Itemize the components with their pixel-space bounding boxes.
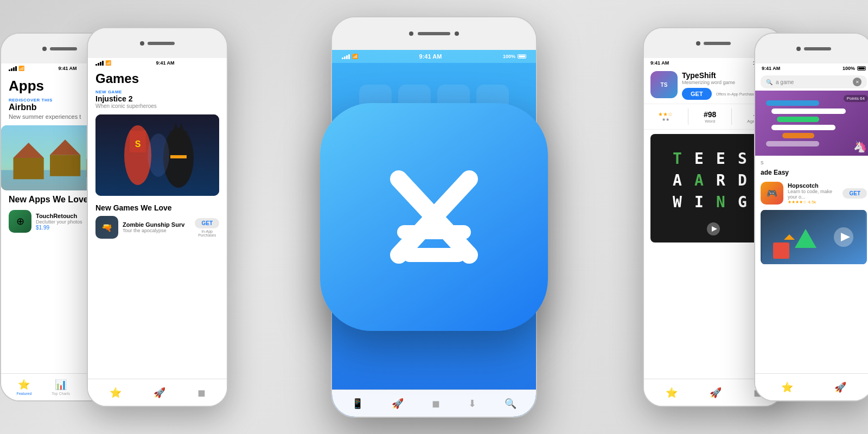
app-row-hopscotch: 🎮 Hopscotch Learn to code, make your o..… (755, 178, 868, 208)
in-app-label-phone4: Offers in-App Purchases (716, 92, 757, 96)
status-bar-phone5: 9:41 AM 100% (755, 63, 868, 73)
svg-point-17 (148, 133, 169, 177)
wifi-phone3: 📶 (352, 54, 358, 59)
app-name-hopscotch: Hopscotch (788, 182, 838, 189)
signal-icon-phone2 (95, 61, 104, 66)
app-info-hopscotch: Hopscotch Learn to code, make your o... … (788, 182, 838, 205)
status-right-phone3: 100% (503, 54, 526, 59)
signal-icon-phone3 (342, 54, 350, 59)
tab-icon-rocket-p4: 🚀 (710, 387, 722, 399)
section-label-phone5: s (755, 156, 868, 169)
tab-featured-p5[interactable]: ⭐ (781, 381, 793, 393)
status-bar-phone2: 📶 9:41 AM (88, 58, 227, 68)
video-thumb-phone5 (761, 210, 867, 264)
svg-rect-2 (14, 158, 44, 179)
tab-bar-phone2: ⭐ 🚀 ◼ (88, 379, 227, 406)
battery-icon-phone3 (518, 54, 526, 59)
get-button-zombie[interactable]: GET (195, 218, 219, 228)
battery-pct-phone5: 100% (843, 66, 855, 71)
made-easy-label: ade Easy (755, 169, 868, 178)
header-phone2: Games NEW GAME Injustice 2 When iconic s… (88, 68, 227, 110)
tab-layers-p2[interactable]: ◼ (197, 387, 206, 399)
time-phone2: 9:41 AM (156, 60, 174, 66)
tab-phone3-5[interactable]: 🔍 (505, 398, 516, 410)
svg-text:N: N (716, 193, 725, 211)
tab-rocket-p5[interactable]: 🚀 (834, 381, 846, 393)
svg-text:G: G (738, 193, 747, 211)
app-store-icon (320, 103, 548, 331)
phones-container: 📶 9:41 AM Apps REDISCOVER THIS Airbnb Ne… (0, 0, 868, 434)
tab-icon-featured-p5: ⭐ (781, 381, 793, 393)
svg-rect-16 (170, 155, 187, 158)
speaker-phone4 (704, 42, 731, 45)
tab-featured-p2[interactable]: ⭐ (110, 387, 122, 399)
search-row-phone5: 🔍 a game ✕ (755, 73, 868, 91)
speaker-phone3 (418, 32, 450, 35)
camera-phone1 (42, 47, 47, 51)
svg-text:E: E (716, 150, 725, 168)
camera-phone3 (409, 31, 413, 36)
code-banner-phone5: Points 64 🦄 (755, 91, 868, 156)
typeshift-icon: TS (650, 71, 678, 98)
hopscotch-icon: 🎮 (761, 182, 783, 205)
signal-icon-phone1 (9, 66, 17, 71)
tab-icon-featured: ⭐ (18, 379, 30, 391)
tab-rocket-p4[interactable]: 🚀 (710, 387, 722, 399)
tab-featured-phone1[interactable]: ⭐ Featured (16, 379, 31, 395)
get-button-phone4[interactable]: GET (682, 88, 712, 100)
svg-text:I: I (694, 193, 704, 211)
new-games-label-phone2: New Games We Love (88, 200, 227, 213)
tab-phone3-2[interactable]: 🚀 (392, 398, 404, 410)
app-info-zombie: Zombie Gunship Surv Tour the apocalypse (123, 221, 190, 233)
tab-top-phone1[interactable]: 📊 Top Charts (52, 379, 70, 395)
tab-icon-layers-p2: ◼ (197, 387, 206, 399)
svg-rect-4 (50, 155, 80, 176)
cancel-search-phone5[interactable]: ✕ (853, 78, 861, 86)
svg-text:A: A (694, 171, 704, 189)
tab-label-top: Top Charts (52, 392, 70, 395)
svg-rect-13 (170, 131, 187, 155)
search-text-phone5: a game (776, 79, 794, 85)
screen-phone5: 9:41 AM 100% 🔍 a game ✕ (755, 63, 868, 401)
points-badge: Points 64 (844, 95, 868, 102)
rating-stars-item: ★★☆ ★★ (658, 111, 673, 122)
stars-display: ★★☆ (658, 111, 673, 117)
game-desc-phone2: When iconic superheroes (95, 103, 219, 109)
tab-phone3-3[interactable]: ◼ (432, 398, 440, 410)
svg-text:T: T (673, 150, 682, 168)
tab-phone3-1[interactable]: 📱 (352, 398, 363, 410)
search-box-phone5[interactable]: 🔍 a game ✕ (761, 75, 867, 88)
svg-rect-39 (773, 242, 789, 259)
get-button-hopscotch[interactable]: GET (843, 188, 867, 199)
app-desc-hopscotch: Learn to code, make your o... (788, 189, 838, 200)
character-icon: 🦄 (853, 140, 867, 153)
tab-phone3-4[interactable]: ⬇ (468, 398, 476, 410)
svg-text:R: R (716, 171, 725, 189)
tab-rocket-p2[interactable]: 🚀 (154, 387, 165, 399)
status-left-phone3: 📶 (342, 54, 358, 59)
camera-phone5 (796, 47, 801, 51)
tab-icon-featured-p4: ⭐ (666, 387, 678, 399)
app-desc-zombie: Tour the apocalypse (123, 228, 190, 233)
rank-val: #98 (704, 110, 716, 119)
time-phone1: 9:41 AM (58, 66, 76, 71)
svg-text:S: S (738, 150, 747, 168)
svg-text:W: W (673, 193, 682, 211)
tab-featured-p4[interactable]: ⭐ (666, 387, 678, 399)
screen-phone2: 📶 9:41 AM Games NEW GAME Injustice 2 Whe… (88, 58, 227, 407)
zombie-icon: 🔫 (95, 216, 118, 239)
tab-label-featured: Featured (16, 392, 31, 395)
in-app-label-zombie: In-AppPurchases (198, 229, 216, 237)
game-title-phone2: Injustice 2 (95, 94, 219, 103)
svg-text:D: D (738, 171, 747, 189)
tab-icon-phone3-3: ◼ (432, 398, 440, 410)
tab-icon-phone3-2: 🚀 (392, 398, 404, 410)
rating-label-stars: ★★ (658, 117, 673, 122)
svg-text:S: S (135, 139, 141, 149)
title-phone2: Games (95, 71, 219, 86)
tab-icon-rocket-p5: 🚀 (834, 381, 846, 393)
speaker-phone5 (804, 47, 831, 50)
status-left-phone2: 📶 (95, 60, 111, 66)
app-row-zombie: 🔫 Zombie Gunship Surv Tour the apocalyps… (88, 213, 227, 241)
rank-item: #98 Word (704, 110, 716, 124)
